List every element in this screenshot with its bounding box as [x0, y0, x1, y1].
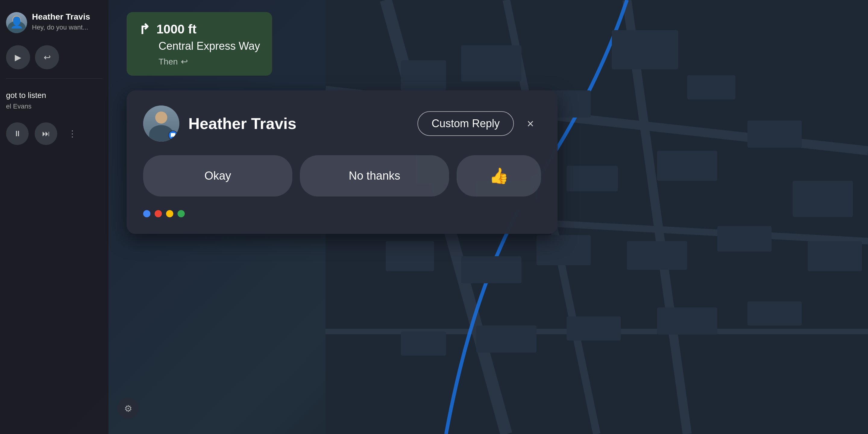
sidebar: Heather Travis Hey, do you want... ▶ ↩ g… [0, 0, 108, 434]
no-thanks-button[interactable]: No thanks [300, 155, 449, 196]
svg-rect-15 [657, 151, 717, 181]
skip-button[interactable]: ⏭ [35, 122, 57, 145]
close-button[interactable]: × [520, 113, 541, 134]
svg-rect-8 [461, 45, 521, 82]
google-dots [143, 210, 541, 217]
okay-button[interactable]: Okay [143, 155, 292, 196]
thumbsup-button[interactable]: 👍 [457, 155, 541, 196]
svg-rect-22 [793, 181, 853, 217]
more-button[interactable]: ⋮ [63, 125, 82, 143]
nav-street: Central Express Way [138, 40, 260, 53]
sender-info: Heather Travis [143, 105, 296, 142]
sidebar-avatar [6, 12, 27, 33]
header-actions: Custom Reply × [417, 111, 541, 136]
music-title: got to listen [6, 91, 102, 100]
music-controls: ⏸ ⏭ ⋮ [6, 122, 102, 145]
svg-rect-17 [386, 241, 434, 271]
message-dialog: Heather Travis Custom Reply × Okay No th… [127, 90, 558, 234]
svg-rect-20 [627, 241, 687, 270]
svg-rect-25 [476, 326, 536, 352]
svg-rect-7 [401, 60, 446, 90]
dialog-header: Heather Travis Custom Reply × [143, 105, 541, 142]
nav-then: Then ↩ [138, 57, 260, 67]
sender-app-badge [168, 130, 178, 140]
svg-rect-16 [747, 121, 802, 148]
svg-rect-10 [612, 30, 678, 69]
navigation-card: ↱ 1000 ft Central Express Way Then ↩ [127, 12, 272, 76]
svg-rect-19 [536, 235, 591, 265]
settings-button[interactable]: ⚙ [118, 398, 138, 419]
custom-reply-button[interactable]: Custom Reply [417, 111, 514, 136]
svg-rect-24 [401, 332, 446, 355]
music-info: got to listen el Evans [6, 88, 102, 113]
sidebar-contact-message: Hey, do you want... [32, 24, 90, 31]
svg-rect-21 [717, 226, 772, 252]
nav-then-arrow: ↩ [181, 57, 188, 67]
dot-green [178, 210, 185, 217]
svg-rect-27 [657, 307, 717, 335]
sidebar-contact-name: Heather Travis [32, 12, 90, 22]
nav-distance: ↱ 1000 ft [138, 21, 260, 37]
reply-buttons: Okay No thanks 👍 [143, 155, 541, 196]
settings-icon: ⚙ [124, 403, 132, 414]
sidebar-action-buttons: ▶ ↩ [6, 45, 102, 69]
sidebar-play-button[interactable]: ▶ [6, 45, 30, 69]
sidebar-reply-button[interactable]: ↩ [35, 45, 59, 69]
sender-name: Heather Travis [188, 115, 296, 133]
svg-rect-23 [808, 241, 862, 271]
dot-yellow [166, 210, 173, 217]
svg-rect-18 [461, 256, 521, 283]
music-artist: el Evans [6, 102, 102, 110]
pause-button[interactable]: ⏸ [6, 122, 29, 145]
nav-turn-arrow: ↱ [138, 21, 150, 37]
svg-rect-28 [747, 301, 802, 326]
dot-red [155, 210, 162, 217]
dot-blue [143, 210, 150, 217]
nav-then-label: Then [158, 57, 178, 67]
thumbsup-emoji: 👍 [489, 167, 509, 185]
sidebar-contact-info: Heather Travis Hey, do you want... [32, 12, 90, 31]
sender-avatar [143, 105, 179, 142]
svg-rect-14 [567, 166, 618, 191]
sidebar-contact-card: Heather Travis Hey, do you want... [6, 9, 102, 36]
svg-rect-11 [687, 75, 735, 99]
svg-rect-26 [567, 316, 621, 341]
nav-distance-text: 1000 ft [156, 22, 196, 36]
